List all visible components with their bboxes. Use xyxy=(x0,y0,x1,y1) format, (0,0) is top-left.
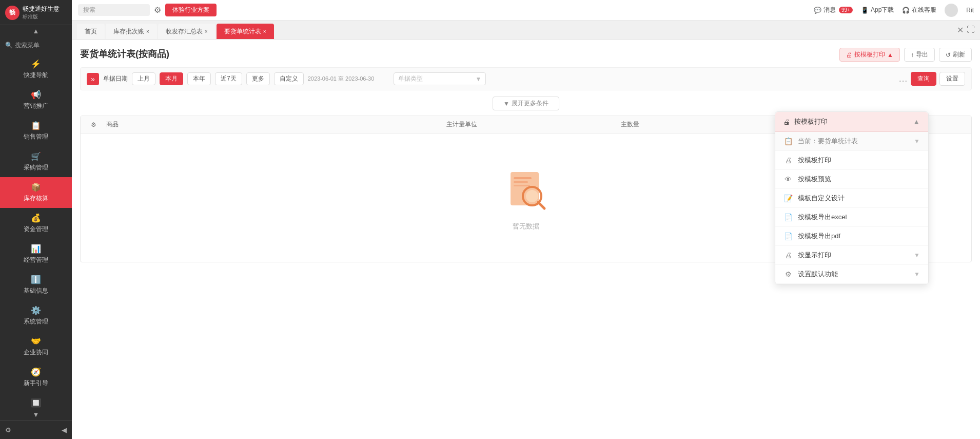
col-qty: 主数量 xyxy=(617,120,791,129)
sidebar-scroll-up[interactable]: ▲ xyxy=(0,25,72,37)
topbar-settings-icon[interactable]: ⚙ xyxy=(154,5,161,15)
export-icon: ↑ xyxy=(911,51,914,59)
dropdown-close-button[interactable]: ▲ xyxy=(913,118,920,126)
tab-bar: 首页 库存批次账 × 收发存汇总表 × 要货单统计表 × xyxy=(72,21,957,39)
refresh-button[interactable]: ↺ 刷新 xyxy=(939,48,972,62)
date-this-month[interactable]: 本月 xyxy=(160,72,183,85)
download-icon: 📱 xyxy=(861,7,869,14)
expand-more-button[interactable]: ▼ 展开更多条件 xyxy=(493,97,559,110)
topbar-right: 💬 消息 99+ 📱 App下载 🎧 在线客服 Rit xyxy=(814,4,974,17)
set-default-item[interactable]: ⚙ 设置默认功能 ▼ xyxy=(775,265,928,284)
purchase-icon: 🛒 xyxy=(31,151,41,161)
filter-expand-btn[interactable]: » xyxy=(87,73,99,85)
date-this-year[interactable]: 本年 xyxy=(187,72,211,85)
marketing-icon: 📢 xyxy=(31,90,41,100)
empty-text: 暂无数据 xyxy=(513,222,539,231)
sidebar-item-marketing[interactable]: 📢 营销推广 xyxy=(0,85,72,116)
date-custom[interactable]: 自定义 xyxy=(274,72,304,85)
support-label: 在线客服 xyxy=(912,6,936,14)
topbar: 搜索 ⚙ 体验行业方案 💬 消息 99+ 📱 App下载 🎧 在线客服 Rit xyxy=(72,0,980,21)
topbar-app-download[interactable]: 📱 App下载 xyxy=(861,6,894,14)
tab-home[interactable]: 首页 xyxy=(77,24,105,39)
tab-receivable-summary[interactable]: 收发存汇总表 × xyxy=(158,24,215,39)
svg-rect-3 xyxy=(514,185,530,186)
sidebar-item-collab[interactable]: 🤝 企业协同 xyxy=(0,331,72,362)
export-button[interactable]: ↑ 导出 xyxy=(904,48,935,62)
sidebar-item-system[interactable]: ⚙️ 系统管理 xyxy=(0,300,72,331)
template-export-pdf-item[interactable]: 📄 按模板导出pdf xyxy=(775,227,928,246)
doc-type-select[interactable]: 单据类型 ▼ xyxy=(394,72,486,85)
topbar-search-box[interactable]: 搜索 xyxy=(78,4,150,16)
basics-icon: ℹ️ xyxy=(31,275,41,284)
display-print-item[interactable]: 🖨 按显示打印 ▼ xyxy=(775,246,928,265)
display-print-label: 按显示打印 xyxy=(798,251,831,260)
message-icon: 💬 xyxy=(814,7,821,14)
message-badge: 99+ xyxy=(839,7,853,13)
print-template-button[interactable]: 🖨 按模板打印 ▲ xyxy=(839,48,900,62)
tab-requisition-stats[interactable]: 要货单统计表 × xyxy=(217,24,274,39)
finance-icon: 💰 xyxy=(31,213,41,223)
template-custom-design-item[interactable]: 📝 模板自定义设计 xyxy=(775,189,928,208)
sidebar-search[interactable]: 🔍 搜索菜单 xyxy=(0,37,72,54)
topbar-left: 搜索 ⚙ 体验行业方案 xyxy=(78,4,217,16)
inventory-icon: 📦 xyxy=(31,182,41,192)
svg-rect-2 xyxy=(514,181,528,183)
template-print-item[interactable]: 🖨 按模板打印 xyxy=(775,151,928,170)
sidebar-collapse-icon[interactable]: ◀ xyxy=(62,426,67,434)
user-avatar[interactable] xyxy=(945,4,958,17)
tab-label: 库存批次账 xyxy=(113,27,144,36)
topbar-online-support[interactable]: 🎧 在线客服 xyxy=(902,6,936,14)
topbar-messages[interactable]: 💬 消息 99+ xyxy=(814,6,853,14)
sidebar-item-purchase[interactable]: 🛒 采购管理 xyxy=(0,146,72,177)
sidebar-item-label: 营销推广 xyxy=(24,102,48,110)
tab-close-all-icon[interactable]: ✕ xyxy=(957,25,964,35)
query-button[interactable]: 查询 xyxy=(911,72,936,86)
tab-close-icon[interactable]: × xyxy=(146,29,149,34)
current-template-item[interactable]: 📋 当前：要货单统计表 ▼ xyxy=(775,132,928,151)
tab-maximize-icon[interactable]: ⛶ xyxy=(967,25,975,34)
sidebar-item-apps[interactable]: 🔲 应用中心 xyxy=(0,393,72,409)
sidebar-item-sales[interactable]: 📋 销售管理 xyxy=(0,116,72,146)
sidebar-item-inventory[interactable]: 📦 库存核算 xyxy=(0,177,72,208)
col-settings[interactable]: ⚙ xyxy=(87,121,102,128)
page-toolbar: 🖨 按模板打印 ▲ ↑ 导出 ↺ 刷新 xyxy=(839,48,972,62)
more-options-icon[interactable]: … xyxy=(898,73,908,84)
sidebar-item-label: 基础信息 xyxy=(24,287,48,295)
main-content: 搜索 ⚙ 体验行业方案 💬 消息 99+ 📱 App下载 🎧 在线客服 Rit xyxy=(72,0,980,439)
page-title: 要货单统计表(按商品) xyxy=(80,48,972,60)
sidebar-item-operations[interactable]: 📊 经营管理 xyxy=(0,239,72,270)
sidebar-item-basics[interactable]: ℹ️ 基础信息 xyxy=(0,270,72,300)
svg-point-6 xyxy=(526,190,538,202)
date-more[interactable]: 更多 xyxy=(246,72,270,85)
tab-inventory-batch[interactable]: 库存批次账 × xyxy=(106,24,157,39)
empty-illustration xyxy=(500,164,552,216)
app-download-label: App下载 xyxy=(871,6,894,14)
dropdown-header: 🖨 按模板打印 ▲ xyxy=(775,112,928,132)
sidebar-settings-icon[interactable]: ⚙ xyxy=(5,426,11,434)
export-label: 导出 xyxy=(916,50,928,59)
template-preview-item[interactable]: 👁 按模板预览 xyxy=(775,170,928,189)
sidebar-item-label: 库存核算 xyxy=(24,194,48,203)
sidebar-item-shortcut[interactable]: ⚡ 快捷导航 xyxy=(0,54,72,85)
date-7days[interactable]: 近7天 xyxy=(215,72,242,85)
trial-button[interactable]: 体验行业方案 xyxy=(165,4,217,16)
sidebar-item-guide[interactable]: 🧭 新手引导 xyxy=(0,362,72,393)
sidebar-nav: ⚡ 快捷导航 📢 营销推广 📋 销售管理 🛒 采购管理 📦 库存核算 💰 资金管… xyxy=(0,54,72,409)
topbar-search-text: 搜索 xyxy=(83,6,95,13)
print-label: 按模板打印 xyxy=(854,50,885,59)
sidebar-scroll-down[interactable]: ▼ xyxy=(0,409,72,421)
display-print-arrow-icon: ▼ xyxy=(914,252,920,259)
settings-button[interactable]: 设置 xyxy=(939,72,965,86)
print-dropdown-popup: 🖨 按模板打印 ▲ 📋 当前：要货单统计表 ▼ 🖨 按模板打印 👁 按模板预览 xyxy=(775,111,929,284)
date-last-month[interactable]: 上月 xyxy=(132,72,155,85)
sidebar-logo-texts: 畅捷通好生意 标准版 xyxy=(23,5,60,21)
sidebar-item-finance[interactable]: 💰 资金管理 xyxy=(0,208,72,239)
template-export-excel-item[interactable]: 📄 按模板导出excel xyxy=(775,208,928,227)
tab-close-icon[interactable]: × xyxy=(205,29,208,34)
support-icon: 🎧 xyxy=(902,7,910,14)
tab-close-icon[interactable]: × xyxy=(263,29,266,34)
tab-label: 要货单统计表 xyxy=(224,27,261,36)
svg-line-5 xyxy=(538,202,544,208)
print-icon: 🖨 xyxy=(846,51,852,59)
collab-icon: 🤝 xyxy=(31,336,41,346)
